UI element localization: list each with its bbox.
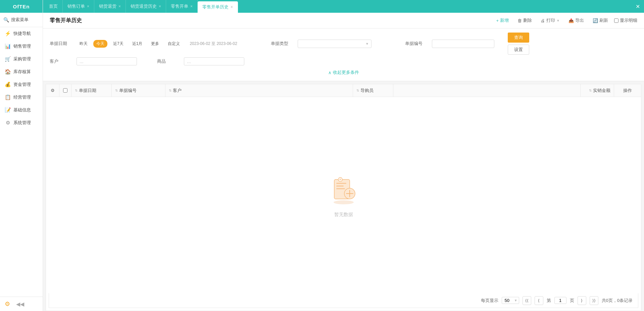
export-button[interactable]: 📤 导出 bbox=[566, 16, 587, 25]
inventory-icon: 🏠 bbox=[5, 69, 11, 75]
th-spacer bbox=[393, 84, 581, 97]
delete-label: 删除 bbox=[523, 17, 532, 23]
sidebar-item-inventory[interactable]: 🏠 库存核算 bbox=[0, 65, 43, 78]
close-all-tabs-icon[interactable]: ✕ bbox=[633, 2, 643, 11]
th-settings[interactable]: ⚙ bbox=[46, 84, 59, 97]
finance-icon: 💰 bbox=[5, 82, 11, 88]
search-menu[interactable]: 🔍 搜索菜单 bbox=[0, 13, 43, 27]
quick-nav-icon: ⚡ bbox=[5, 31, 11, 37]
tab-sales-return-close[interactable]: × bbox=[118, 4, 121, 9]
tab-sales-return-history[interactable]: 销货退货历史 × bbox=[126, 0, 166, 13]
tab-retail-open-history[interactable]: 零售开单历史 × bbox=[198, 1, 238, 13]
customer-label: 客户 bbox=[50, 58, 70, 64]
last-page-button[interactable]: ⟩⟩ bbox=[590, 296, 598, 305]
add-button[interactable]: + 新增 bbox=[494, 16, 512, 25]
date-btn-custom[interactable]: 自定义 bbox=[165, 40, 183, 48]
th-action: 操作 bbox=[614, 84, 641, 97]
empty-text: 暂无数据 bbox=[334, 212, 353, 218]
select-all-checkbox[interactable] bbox=[63, 88, 67, 93]
sort-icon: ⇅ bbox=[75, 89, 78, 92]
prev-page-button[interactable]: ⟨ bbox=[535, 296, 543, 305]
th-customer[interactable]: ⇅ 客户 bbox=[165, 84, 353, 97]
print-icon: 🖨 bbox=[541, 18, 545, 23]
doc-type-select-wrapper: ▼ bbox=[298, 40, 371, 48]
total-info: 共0页，0条记录 bbox=[602, 298, 633, 304]
th-amount[interactable]: ⇅ 实销金额 bbox=[581, 84, 614, 97]
customer-input[interactable]: ... bbox=[77, 57, 137, 65]
collapse-filter-label: 收起更多条件 bbox=[333, 69, 359, 75]
th-action-label: 操作 bbox=[623, 88, 632, 94]
tab-retail-open-close[interactable]: × bbox=[190, 4, 193, 9]
sidebar-item-sales-mgmt[interactable]: 📊 销售管理 bbox=[0, 40, 43, 53]
date-btn-more[interactable]: 更多 bbox=[148, 40, 162, 48]
sidebar-item-basic-info[interactable]: 📝 基础信息 bbox=[0, 104, 43, 116]
delete-icon: 🗑 bbox=[517, 18, 522, 23]
th-customer-label: 客户 bbox=[173, 88, 182, 94]
date-btn-last7[interactable]: 近7天 bbox=[110, 40, 127, 48]
filter-settings-button[interactable]: 设置 bbox=[508, 45, 529, 55]
tab-sales-order-close[interactable]: × bbox=[87, 4, 89, 9]
th-no-label: 单据编号 bbox=[119, 88, 137, 94]
toolbar: + 新增 🗑 删除 🖨 打印 ▼ 📤 导出 🔄 bbox=[494, 16, 638, 25]
goods-label: 商品 bbox=[157, 58, 177, 64]
date-btn-today[interactable]: 今天 bbox=[93, 40, 107, 48]
empty-area: 暂无数据 bbox=[46, 97, 641, 293]
delete-button[interactable]: 🗑 删除 bbox=[515, 16, 535, 25]
date-range-text: 2023-06-02 至 2023-06-02 bbox=[190, 41, 237, 47]
first-page-button[interactable]: ⟨⟨ bbox=[523, 296, 531, 305]
th-guide[interactable]: ⇅ 导购员 bbox=[353, 84, 393, 97]
collapse-filter-icon: ∧ bbox=[328, 70, 332, 75]
doc-type-select[interactable] bbox=[298, 40, 371, 48]
filter-area: 单据日期 昨天 今天 近7天 近1月 更多 自定义 2023-06-02 至 2… bbox=[43, 29, 644, 81]
collapse-filter-btn[interactable]: ∧ 收起更多条件 bbox=[50, 68, 637, 77]
query-settings-group: 查询 设置 bbox=[508, 33, 529, 55]
page-number-input[interactable] bbox=[554, 297, 566, 304]
table-area: ⚙ ⇅ 单据日期 ⇅ 单据编号 ⇅ 客户 ⇅ bbox=[46, 84, 641, 311]
goods-input[interactable]: ... bbox=[184, 57, 244, 65]
sidebar-collapse-icon[interactable]: ◀◀ bbox=[16, 301, 24, 307]
tab-sales-order[interactable]: 销售订单 × bbox=[63, 0, 94, 13]
sys-icon: ⚙ bbox=[5, 120, 11, 126]
sidebar-item-label: 基础信息 bbox=[13, 107, 31, 113]
sort-icon-customer: ⇅ bbox=[169, 89, 171, 92]
sales-icon: 📊 bbox=[5, 43, 11, 49]
sidebar-bottom: ⚙ ◀◀ bbox=[0, 297, 43, 311]
sidebar-item-label: 快捷导航 bbox=[13, 31, 31, 37]
th-amount-label: 实销金额 bbox=[593, 88, 610, 94]
tab-retail-open-history-label: 零售开单历史 bbox=[202, 4, 229, 10]
filter-row-2: 客户 ... 商品 ... bbox=[50, 57, 637, 65]
th-date[interactable]: ⇅ 单据日期 bbox=[71, 84, 112, 97]
tab-home[interactable]: 首页 bbox=[44, 0, 63, 13]
column-settings-icon[interactable]: ⚙ bbox=[51, 88, 55, 93]
next-page-button[interactable]: ⟩ bbox=[578, 296, 586, 305]
sidebar-item-operations[interactable]: 📋 经营管理 bbox=[0, 91, 43, 104]
sidebar-item-label: 系统管理 bbox=[13, 120, 31, 126]
date-btn-last-month[interactable]: 近1月 bbox=[129, 40, 146, 48]
date-btn-yesterday[interactable]: 昨天 bbox=[77, 40, 91, 48]
sidebar-item-finance[interactable]: 💰 资金管理 bbox=[0, 78, 43, 91]
print-dropdown-icon: ▼ bbox=[556, 19, 560, 22]
sidebar-item-purchase-mgmt[interactable]: 🛒 采购管理 bbox=[0, 53, 43, 65]
th-checkbox[interactable] bbox=[59, 84, 71, 97]
settings-gear-icon[interactable]: ⚙ bbox=[5, 300, 10, 308]
svg-rect-4 bbox=[336, 188, 345, 189]
add-icon: + bbox=[496, 18, 499, 23]
doc-no-input[interactable] bbox=[432, 40, 494, 48]
refresh-button[interactable]: 🔄 刷新 bbox=[590, 16, 611, 25]
th-no[interactable]: ⇅ 单据编号 bbox=[112, 84, 165, 97]
svg-point-0 bbox=[334, 200, 354, 204]
tab-sales-return[interactable]: 销货退货 × bbox=[94, 0, 126, 13]
sidebar-item-label: 资金管理 bbox=[13, 82, 31, 88]
print-button[interactable]: 🖨 打印 ▼ bbox=[538, 16, 562, 25]
tab-retail-open-history-close[interactable]: × bbox=[231, 5, 233, 9]
tab-retail-open[interactable]: 零售开单 × bbox=[166, 0, 198, 13]
per-page-select[interactable]: 10 20 50 100 bbox=[502, 297, 519, 304]
query-button[interactable]: 查询 bbox=[508, 33, 529, 43]
doc-type-label: 单据类型 bbox=[271, 41, 291, 47]
page-suffix: 页 bbox=[570, 298, 574, 304]
sidebar-item-quick-nav[interactable]: ⚡ 快捷导航 bbox=[0, 27, 43, 40]
display-detail-toggle[interactable]: 显示明细 bbox=[614, 17, 637, 23]
tab-sales-return-history-close[interactable]: × bbox=[159, 4, 161, 9]
sidebar-item-sys-mgmt[interactable]: ⚙ 系统管理 bbox=[0, 116, 43, 129]
display-detail-checkbox[interactable] bbox=[614, 18, 618, 23]
